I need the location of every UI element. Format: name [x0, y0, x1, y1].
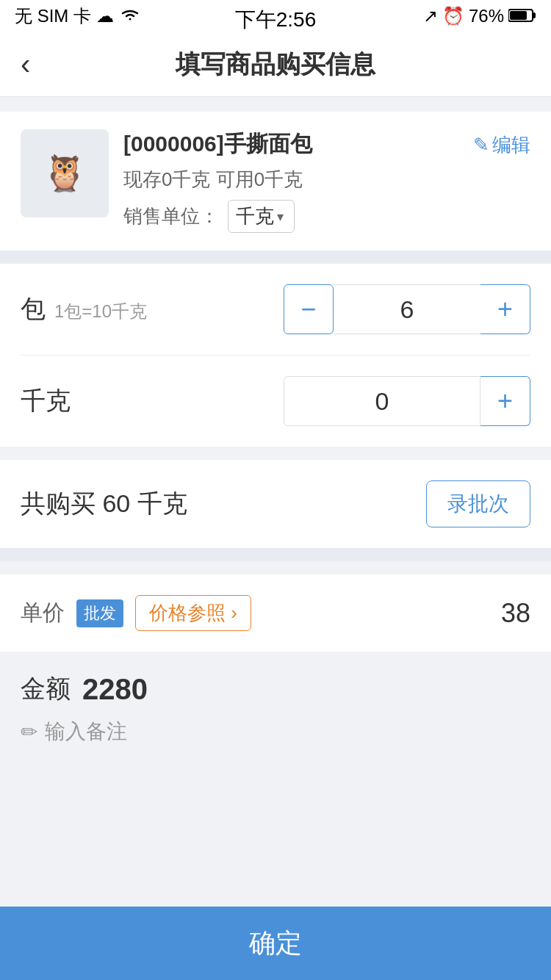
back-button[interactable]: ‹ [21, 48, 30, 81]
bao-decrement-button[interactable]: − [284, 284, 334, 334]
sim-status: 无 SIM 卡 ☁ [15, 4, 114, 28]
unit-value: 千克 [236, 203, 274, 229]
nav-bar: ‹ 填写商品购买信息 [0, 32, 551, 97]
batch-button[interactable]: 录批次 [426, 480, 530, 527]
wifi-icon [120, 6, 140, 26]
svg-rect-2 [510, 11, 527, 20]
location-icon: ↗ [423, 6, 438, 26]
pencil-icon: ✏ [21, 720, 37, 744]
status-bar: 无 SIM 卡 ☁ 下午2:56 ↗ ⏰ 76% [0, 0, 551, 32]
bao-label-sub: 1包=10千克 [54, 300, 147, 323]
status-left: 无 SIM 卡 ☁ [15, 4, 140, 28]
bao-label: 包 1包=10千克 [21, 292, 284, 326]
price-reference-button[interactable]: 价格参照 › [135, 595, 251, 631]
divider-2 [0, 548, 551, 561]
product-info: [0000006]手撕面包 现存0千克 可用0千克 销售单位： 千克 ▾ [123, 129, 530, 233]
svg-rect-1 [533, 12, 536, 18]
edit-button[interactable]: ✎ 编辑 [473, 132, 530, 158]
battery-icon [508, 6, 536, 26]
kg-label: 千克 [21, 384, 284, 418]
price-section: 单价 批发 价格参照 › 38 [0, 574, 551, 652]
confirm-button[interactable]: 确定 [0, 907, 551, 980]
kg-input-row: 千克 + [21, 356, 530, 447]
summary-section: 共购买 60 千克 录批次 [0, 460, 551, 548]
status-right: ↗ ⏰ 76% [423, 6, 536, 26]
divider-1 [0, 251, 551, 264]
status-time: 下午2:56 [235, 6, 317, 34]
bao-increment-button[interactable]: + [480, 284, 530, 334]
amount-value: 2280 [82, 673, 148, 706]
kg-label-main: 千克 [21, 384, 71, 418]
price-label: 单价 [21, 598, 65, 628]
price-type-tag: 批发 [76, 599, 123, 627]
amount-section: 金额 2280 ✏ 输入备注 [0, 652, 551, 766]
bao-quantity-input[interactable] [334, 284, 480, 334]
bao-input-row: 包 1包=10千克 − + [21, 264, 530, 356]
remark-placeholder: 输入备注 [45, 718, 127, 746]
product-unit-row: 销售单位： 千克 ▾ [123, 200, 530, 233]
kg-quantity-input[interactable] [284, 376, 480, 426]
product-image: 🦉 [21, 129, 109, 217]
price-value: 38 [501, 598, 530, 629]
battery-percent: 76% [469, 6, 504, 26]
product-name: [0000006]手撕面包 [123, 129, 530, 159]
summary-text: 共购买 60 千克 [21, 487, 187, 521]
kg-controls: + [284, 376, 530, 426]
input-section: 包 1包=10千克 − + 千克 + [0, 264, 551, 447]
remark-row[interactable]: ✏ 输入备注 [21, 718, 530, 746]
product-logo-icon: 🦉 [43, 153, 87, 194]
alarm-icon: ⏰ [442, 6, 464, 26]
edit-icon: ✎ [473, 134, 489, 156]
product-card: 🦉 [0000006]手撕面包 现存0千克 可用0千克 销售单位： 千克 ▾ ✎… [0, 112, 551, 251]
unit-dropdown[interactable]: 千克 ▾ [228, 200, 295, 233]
amount-row: 金额 2280 [21, 672, 530, 706]
edit-label: 编辑 [492, 132, 530, 158]
bao-controls: − + [284, 284, 530, 334]
dropdown-arrow-icon: ▾ [277, 209, 284, 225]
page-title: 填写商品购买信息 [176, 48, 375, 82]
product-stock: 现存0千克 可用0千克 [123, 167, 530, 192]
unit-label: 销售单位： [123, 203, 219, 229]
bao-label-main: 包 [21, 292, 46, 326]
kg-increment-button[interactable]: + [480, 376, 530, 426]
amount-label: 金额 [21, 672, 71, 706]
